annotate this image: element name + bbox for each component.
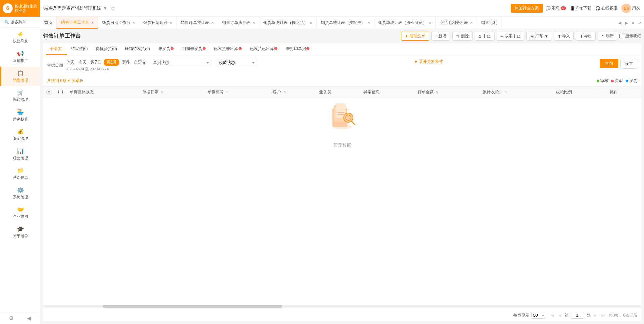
th-amount[interactable]: 订单金额 ⇅: [414, 87, 479, 98]
sub-tab-not-shipped[interactable]: 未发货❶: [154, 43, 178, 55]
tab-close-sales-stat[interactable]: ✕: [211, 21, 214, 25]
th-date[interactable]: 单据日期 ⇅: [139, 87, 204, 98]
topbar-user-action[interactable]: Ea 用友: [621, 4, 640, 13]
topbar-dropdown-icon[interactable]: ▼: [103, 6, 108, 11]
filter-payment-status-select[interactable]: 收款状态: [217, 59, 257, 66]
sub-tab-overdue-not-shipped[interactable]: 到期未发货❶: [178, 43, 210, 55]
tab-sales-workbench[interactable]: 销售订单工作台 ✕: [57, 17, 98, 29]
topbar-online-service-action[interactable]: 🎧 在线客服: [595, 5, 617, 11]
sidebar-item-purchase[interactable]: 🛒 采购管理: [0, 86, 40, 106]
date-opt-yesterday[interactable]: 昨天: [65, 59, 76, 66]
filter-expand-btn[interactable]: ▼ 展开更多条件: [414, 59, 443, 65]
sub-tab-pending-inspection[interactable]: 待拣验货(0): [92, 43, 121, 55]
sort-date-icon[interactable]: ⇅: [161, 90, 163, 94]
import-button[interactable]: ⬆ 导入: [554, 32, 574, 41]
sub-tab-shipped-out[interactable]: 已发货已出库❶: [246, 43, 282, 55]
tab-close-cash-daily[interactable]: ✕: [132, 21, 135, 25]
topbar-settings-icon[interactable]: ⚙: [111, 6, 115, 11]
smart-create-button[interactable]: ★ 智能生单: [401, 32, 429, 41]
page-last-btn[interactable]: ▶|: [600, 313, 607, 318]
sidebar-item-sales[interactable]: 📋 销售管理: [0, 67, 40, 86]
tab-close-sales-stat-customer[interactable]: ✕: [367, 21, 370, 25]
date-opt-today[interactable]: 今天: [77, 59, 88, 66]
abort-button[interactable]: ⊘ 中止: [475, 32, 495, 41]
th-gear[interactable]: ⚙: [43, 87, 55, 98]
sidebar-item-quicknav[interactable]: ⚡ 快捷导航: [0, 28, 40, 47]
filter-settings-button[interactable]: 设置: [620, 59, 637, 69]
date-opt-custom[interactable]: 自定义: [133, 59, 147, 66]
sidebar-item-enterprise[interactable]: 🤝 企业协同: [0, 203, 40, 222]
topbar-message-action[interactable]: 💬 消息 6: [546, 5, 566, 11]
sub-tab-not-printed[interactable]: 未打印单据❶: [282, 43, 314, 55]
sidebar-item-finance[interactable]: 💰 资金管理: [0, 125, 40, 145]
ship-action-btn[interactable]: 发货: [626, 78, 637, 84]
tab-sales-stat[interactable]: 销售订单统计表 ✕: [177, 17, 218, 29]
sidebar-item-operations[interactable]: 📊 经营管理: [0, 145, 40, 164]
horizontal-scrollbar[interactable]: [43, 305, 641, 308]
sidebar-item-marketing[interactable]: 📢 营销推广: [0, 47, 40, 67]
query-button[interactable]: 查询: [600, 59, 618, 68]
sort-amount-icon[interactable]: ⇅: [436, 90, 438, 94]
tab-sales-stat-customer[interactable]: 销货单统计表（按客户） ✕: [317, 17, 374, 29]
tab-close-cash-reconcile[interactable]: ✕: [170, 21, 172, 25]
tab-close-sales-stat-staff[interactable]: ✕: [429, 21, 431, 25]
page-prev-btn[interactable]: ◀: [557, 313, 563, 318]
table-scroll-container[interactable]: ⚙ 单据整体状态 单据日期 ⇅: [43, 87, 641, 303]
tab-close-all-btn[interactable]: ✕: [630, 20, 636, 26]
topbar-app-download-action[interactable]: 📱 App下载: [570, 5, 591, 11]
page-input[interactable]: [571, 312, 584, 319]
tab-cash-reconcile[interactable]: 钱货日清对账 ✕: [139, 17, 177, 29]
date-opt-more[interactable]: 更多: [121, 59, 131, 66]
sidebar-item-guide[interactable]: 🎓 新手引导: [0, 222, 40, 242]
refresh-button[interactable]: ↻ 刷新: [598, 32, 617, 41]
scrollbar-thumb[interactable]: [103, 305, 282, 308]
sidebar-item-inventory[interactable]: 🏪 库存核算: [0, 106, 40, 125]
sidebar-item-baseinfo[interactable]: 📁 基础信息: [0, 164, 40, 184]
sub-tab-all[interactable]: 全部(0): [46, 43, 67, 55]
sub-tab-wangpu-pending[interactable]: 旺铺待发货(0): [121, 43, 154, 55]
sort-number-icon[interactable]: ⇅: [226, 90, 229, 94]
page-first-btn[interactable]: |◀: [548, 313, 555, 318]
abandon-action-btn[interactable]: 弃审: [611, 78, 623, 84]
sidebar-item-search[interactable]: 🔍 搜索菜单: [0, 17, 40, 28]
column-settings-icon[interactable]: ⚙: [46, 90, 52, 95]
tab-cash-daily[interactable]: 钱货日清工作台 ✕: [98, 17, 139, 29]
sub-tab-shipped-not-out[interactable]: 已发货未出库❶: [210, 43, 246, 55]
tab-sales-exec[interactable]: 销售订单执行表 ✕: [218, 17, 259, 29]
th-checkbox[interactable]: [55, 87, 66, 98]
industry-solution-button[interactable]: 体验行业方案: [511, 4, 543, 13]
review-action-btn[interactable]: 审核: [597, 78, 608, 84]
sort-customer-icon[interactable]: ⇅: [283, 90, 286, 94]
tab-prev-btn[interactable]: ◀: [617, 20, 623, 26]
tab-close-sales-stat-product[interactable]: ✕: [310, 21, 312, 25]
th-number[interactable]: 单据编号 ⇅: [204, 87, 269, 98]
sidebar-collapse-btn[interactable]: ◀: [27, 315, 31, 321]
tab-margin-analysis[interactable]: 商品毛利分析表 ✕: [436, 17, 477, 29]
select-all-checkbox[interactable]: [58, 90, 63, 94]
tab-close-sales-exec[interactable]: ✕: [252, 21, 255, 25]
cancel-abort-button[interactable]: ↩ 取消中止: [497, 32, 524, 41]
sort-collected-icon[interactable]: ⇅: [504, 90, 507, 94]
new-button[interactable]: + 新增: [431, 32, 450, 41]
th-collected[interactable]: 累计收款... ⇅: [479, 87, 553, 98]
show-detail-label[interactable]: 显示明细: [619, 33, 641, 39]
date-opt-1month[interactable]: 近1月: [104, 59, 120, 66]
page-next-btn[interactable]: ▶: [592, 313, 598, 318]
sub-tab-pending-review[interactable]: 待审核(0): [67, 43, 92, 55]
tab-home[interactable]: 首页: [40, 17, 57, 29]
tab-sales-profit[interactable]: 销售毛利: [477, 17, 502, 29]
tab-sales-stat-staff[interactable]: 销货单统计表（按业务员） ✕: [374, 17, 436, 29]
print-button[interactable]: 🖨 打印 ▼: [526, 32, 552, 41]
page-size-select[interactable]: 50 20 100: [531, 312, 546, 319]
th-customer[interactable]: 客户 ⇅: [269, 87, 316, 98]
export-button[interactable]: ⬇ 导出: [576, 32, 596, 41]
filter-status-select[interactable]: [171, 59, 211, 66]
tab-next-btn[interactable]: ▶: [624, 20, 629, 26]
th-staff[interactable]: 业务员: [316, 87, 360, 98]
sidebar-settings-btn[interactable]: ⚙: [9, 315, 14, 321]
tab-close-sales-workbench[interactable]: ✕: [91, 21, 94, 24]
tab-close-margin-analysis[interactable]: ✕: [470, 21, 473, 25]
sidebar-item-system[interactable]: ⚙️ 系统管理: [0, 184, 40, 203]
date-opt-7days[interactable]: 近7天: [89, 59, 102, 66]
show-detail-checkbox[interactable]: [619, 34, 624, 38]
